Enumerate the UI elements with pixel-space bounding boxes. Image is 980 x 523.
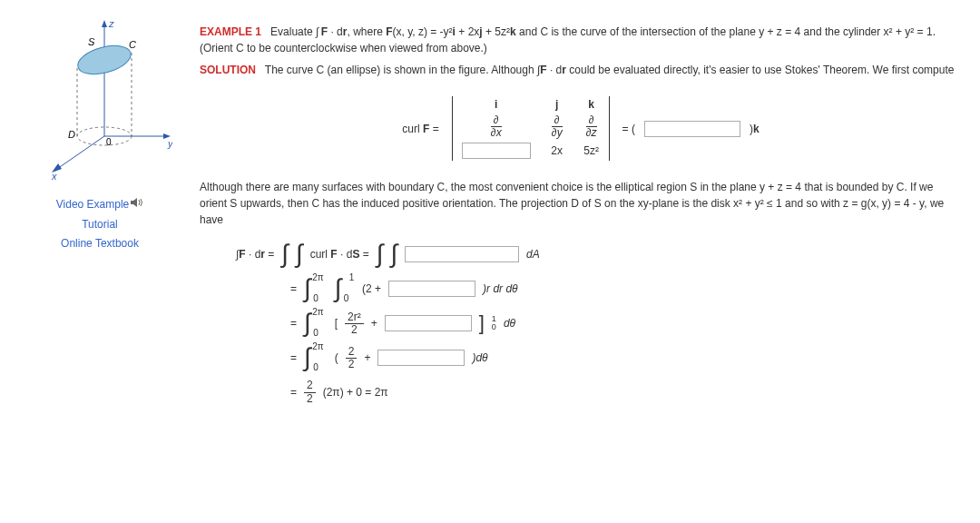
integrand-1-input[interactable] — [405, 246, 519, 262]
cylinder-figure: S C D 0 z y x — [18, 18, 181, 182]
det-ddx: ∂∂x — [462, 114, 531, 139]
curl-label: curl F = — [402, 123, 438, 135]
det-entry-2: 2x — [549, 144, 565, 157]
curl-result-input[interactable] — [644, 121, 740, 137]
svg-text:z: z — [108, 18, 114, 29]
example-label: EXAMPLE 1 — [200, 25, 261, 38]
video-link-text: Video Example — [56, 198, 130, 211]
line-4: = ∫2π0 ( 22 + )dθ — [290, 345, 962, 370]
det-ddz: ∂∂z — [583, 114, 600, 139]
online-textbook-link[interactable]: Online Textbook — [61, 237, 139, 250]
line-3: = ∫2π0 [ 2r²2 + ]10 dθ — [290, 311, 962, 336]
derivation: ∫F · dr = ∫∫ curl F · dS = ∫∫ dA = ∫2π0 … — [236, 242, 962, 404]
det-i: i — [462, 98, 531, 111]
tutorial-link[interactable]: Tutorial — [82, 218, 118, 231]
label-C: C — [129, 39, 136, 50]
paragraph-2: Although there are many surfaces with bo… — [200, 179, 962, 228]
label-S: S — [88, 36, 95, 47]
content-column: EXAMPLE 1 Evaluate ∫ F · dr, where F(x, … — [181, 9, 962, 419]
det-j: j — [549, 98, 565, 111]
cylinder-svg: S C D 0 z y x — [27, 18, 172, 182]
integrand-2-input[interactable] — [388, 281, 475, 297]
line-2: = ∫2π0 ∫10 (2 + )r dr dθ — [290, 276, 962, 301]
det-k: k — [583, 98, 600, 111]
line-5: = 22 (2π) + 0 = 2π — [290, 380, 962, 404]
result-equals: = ( — [622, 123, 635, 135]
svg-marker-14 — [131, 198, 137, 207]
svg-text:0: 0 — [106, 137, 112, 147]
main-layout: S C D 0 z y x Video Example Tutorial Onl… — [18, 9, 962, 419]
line-1: ∫F · dr = ∫∫ curl F · dS = ∫∫ dA — [236, 242, 962, 267]
det-ddy: ∂∂y — [549, 114, 565, 139]
svg-point-8 — [74, 41, 133, 80]
curl-determinant: curl F = i j k ∂∂x ∂∂y ∂∂z 2x 5z² = ( — [200, 96, 962, 161]
label-D: D — [68, 129, 75, 140]
speaker-icon — [131, 195, 143, 215]
solution-label: SOLUTION — [200, 64, 256, 76]
svg-text:y: y — [167, 138, 172, 149]
det-entry-3: 5z² — [583, 144, 600, 157]
svg-line-2 — [54, 136, 104, 171]
det-entry-1-input[interactable] — [462, 143, 531, 159]
resource-links: Video Example Tutorial Online Textbook — [18, 195, 181, 254]
problem-statement: EXAMPLE 1 Evaluate ∫ F · dr, where F(x, … — [200, 24, 962, 56]
determinant: i j k ∂∂x ∂∂y ∂∂z 2x 5z² — [448, 96, 613, 161]
left-column: S C D 0 z y x Video Example Tutorial Onl… — [18, 9, 181, 419]
integrand-3-input[interactable] — [385, 315, 472, 331]
integrand-4-input[interactable] — [377, 350, 465, 366]
svg-marker-1 — [102, 20, 107, 27]
svg-text:x: x — [51, 171, 57, 182]
result-close: )k — [750, 123, 760, 135]
solution-intro: SOLUTION The curve C (an ellipse) is sho… — [200, 62, 962, 78]
video-example-link[interactable]: Video Example — [56, 198, 144, 211]
